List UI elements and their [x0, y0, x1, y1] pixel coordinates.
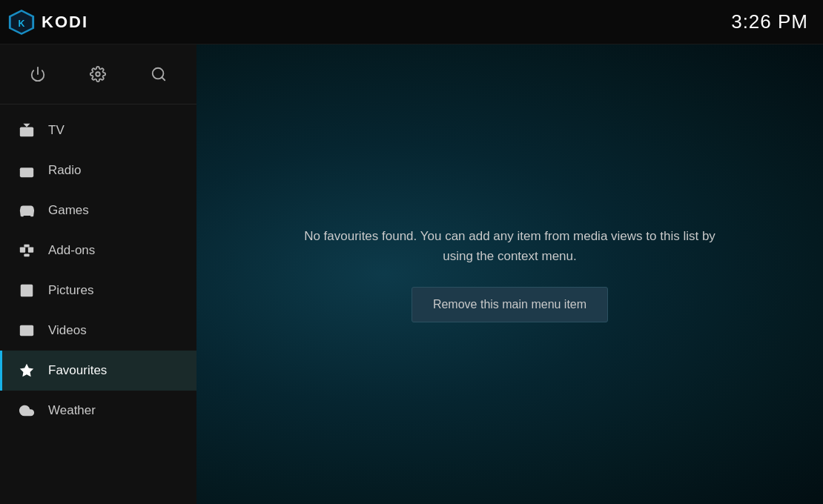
- sidebar-nav: TV Radio Games Add-ons: [0, 105, 196, 504]
- addons-icon: [17, 241, 36, 260]
- logo-area: K KODI: [7, 8, 88, 36]
- sidebar-item-radio-label: Radio: [48, 163, 81, 178]
- remove-menu-item-button[interactable]: Remove this main menu item: [412, 287, 608, 322]
- weather-icon: [17, 401, 36, 420]
- sidebar-item-favourites[interactable]: Favourites: [0, 351, 196, 391]
- svg-rect-17: [20, 247, 25, 252]
- sidebar-item-radio[interactable]: Radio: [0, 150, 196, 190]
- sidebar-item-weather-label: Weather: [48, 403, 96, 418]
- svg-rect-7: [20, 127, 33, 136]
- header: K KODI 3:26 PM: [0, 0, 823, 44]
- sidebar: TV Radio Games Add-ons: [0, 44, 196, 504]
- tv-icon: [17, 121, 36, 140]
- sidebar-item-tv-label: TV: [48, 123, 65, 138]
- star-icon: [17, 361, 36, 380]
- pictures-icon: [17, 281, 36, 300]
- radio-icon: [17, 161, 36, 180]
- svg-rect-23: [20, 325, 33, 336]
- content-message: No favourites found. You can add any ite…: [288, 226, 733, 266]
- sidebar-item-videos-label: Videos: [48, 323, 87, 338]
- svg-rect-18: [28, 247, 33, 252]
- sidebar-top-controls: [0, 44, 196, 105]
- svg-text:K: K: [19, 18, 25, 28]
- sidebar-item-addons-label: Add-ons: [48, 243, 95, 258]
- sidebar-item-pictures[interactable]: Pictures: [0, 271, 196, 311]
- svg-rect-19: [24, 245, 29, 248]
- videos-icon: [17, 321, 36, 340]
- content-inner: No favourites found. You can add any ite…: [273, 211, 747, 337]
- games-icon: [17, 201, 36, 220]
- app-title: KODI: [42, 13, 88, 32]
- svg-point-22: [23, 287, 25, 289]
- svg-marker-28: [20, 364, 33, 377]
- power-button[interactable]: [22, 58, 54, 90]
- svg-line-6: [162, 77, 165, 80]
- sidebar-item-games[interactable]: Games: [0, 190, 196, 231]
- sidebar-item-weather[interactable]: Weather: [0, 391, 196, 431]
- svg-point-4: [96, 72, 101, 76]
- main-area: TV Radio Games Add-ons: [0, 44, 823, 504]
- kodi-logo-icon: K: [7, 8, 36, 36]
- sidebar-item-games-label: Games: [48, 203, 89, 218]
- sidebar-item-videos[interactable]: Videos: [0, 311, 196, 351]
- sidebar-item-pictures-label: Pictures: [48, 283, 93, 298]
- content-area: No favourites found. You can add any ite…: [196, 44, 823, 504]
- svg-rect-20: [24, 254, 29, 257]
- sidebar-item-tv[interactable]: TV: [0, 110, 196, 150]
- settings-button[interactable]: [82, 58, 114, 90]
- search-button[interactable]: [142, 58, 175, 90]
- sidebar-item-addons[interactable]: Add-ons: [0, 231, 196, 271]
- sidebar-item-favourites-label: Favourites: [48, 363, 107, 378]
- svg-point-9: [22, 170, 26, 174]
- clock-display: 3:26 PM: [731, 10, 808, 33]
